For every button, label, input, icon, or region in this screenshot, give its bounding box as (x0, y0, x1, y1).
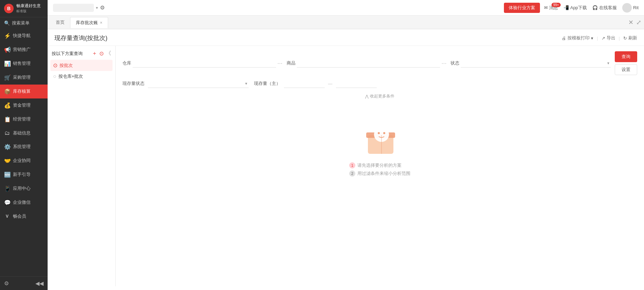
status-dropdown[interactable] (461, 59, 611, 68)
inventory-status-label: 现存量状态 (122, 80, 145, 87)
sidebar-search[interactable]: 🔍 搜索菜单 (0, 17, 48, 29)
filter-row-1: 仓库 ··· 商品 ··· 状态 (122, 51, 637, 75)
sidebar-item-basic-info[interactable]: 🗂 基础信息 (0, 126, 48, 140)
sidebar-item-enterprise[interactable]: 🤝 企业协同 (0, 154, 48, 168)
topbar-search-area: ▾ ⚙ (53, 4, 500, 12)
company-name: 畅康通好生意 (16, 3, 41, 9)
tab-bar-close-btn[interactable]: ✕ (628, 19, 633, 26)
sidebar-nav: ⚡ 快捷导航 📢 营销推广 📊 销售管理 🛒 采购管理 📦 库存核算 💰 资金管… (0, 29, 48, 276)
quantity-to-input[interactable] (336, 79, 377, 88)
settings-footer-icon[interactable]: ⚙ (4, 280, 9, 287)
left-panel: 按以下方案查询 ＋ ⊙ 《 ⊙ 按批次 ○ (48, 46, 116, 286)
sidebar-item-operations[interactable]: 📋 经营管理 (0, 112, 48, 126)
page-container: 现存量查询(按批次) 🖨 按模板打印 ▾ | ↗ 导出 | ↻ (48, 29, 644, 290)
scheme-settings-icon[interactable]: ⊙ (99, 50, 104, 57)
topbar-gear-icon[interactable]: ⚙ (100, 4, 105, 11)
scheme-list: ⊙ 按批次 ○ 按仓库+批次 (48, 60, 115, 82)
vip-icon: V (4, 214, 10, 219)
status-filter-group: 状态 ▾ (451, 59, 611, 68)
edition-label: 标准版 (16, 9, 41, 14)
sidebar-logo: B (4, 4, 14, 13)
scheme-active-icon: ⊙ (53, 62, 57, 69)
refresh-label: 刷新 (628, 35, 637, 41)
scheme-item-by-warehouse-batch[interactable]: ○ 按仓库+批次 (50, 71, 113, 82)
enterprise-icon: 🤝 (4, 158, 10, 164)
avatar (622, 3, 632, 13)
quick-nav-label: 快捷导航 (13, 33, 31, 39)
tab-active-inventory[interactable]: 库存批次账 × (70, 17, 108, 28)
hint-num-2: 2 (349, 170, 355, 177)
action-divider-1: | (597, 36, 598, 41)
sidebar-item-vip[interactable]: V 畅会员 (0, 210, 48, 223)
warehouse-dots[interactable]: ··· (277, 60, 283, 67)
topbar-search-input[interactable] (53, 4, 94, 12)
right-panel: 仓库 ··· 商品 ··· 状态 (116, 46, 644, 286)
messages-btn[interactable]: ✉ 消息 99+ (544, 5, 558, 11)
quantity-from-input[interactable] (284, 79, 325, 88)
sidebar-item-marketing[interactable]: 📢 营销推广 (0, 43, 48, 57)
app-download-btn[interactable]: 📲 App下载 (563, 5, 587, 11)
basic-info-icon: 🗂 (4, 130, 10, 136)
user-avatar-area[interactable]: Rit (622, 3, 639, 13)
svg-point-4 (383, 132, 385, 134)
experience-btn[interactable]: 体验行业方案 (504, 3, 540, 13)
panel-collapse-icon[interactable]: 《 (106, 50, 111, 57)
scheme-label-by-warehouse-batch: 按仓库+批次 (58, 73, 83, 79)
sidebar-item-sales[interactable]: 📊 销售管理 (0, 57, 48, 71)
topbar-chevron-icon[interactable]: ▾ (96, 5, 98, 10)
enterprise-wechat-icon: 💬 (4, 199, 10, 206)
operations-icon: 📋 (4, 116, 10, 123)
settings-btn[interactable]: 设置 (615, 64, 637, 75)
product-input[interactable] (297, 59, 440, 68)
quick-nav-icon: ⚡ (4, 33, 10, 39)
query-btn[interactable]: 查询 (615, 51, 637, 62)
print-chevron-icon[interactable]: ▾ (591, 36, 593, 41)
collapse-more-btn[interactable]: ⋀ 收起更多条件 (122, 91, 637, 101)
enterprise-label: 企业协同 (13, 158, 31, 164)
hint-num-1: 1 (349, 162, 355, 168)
sidebar-item-inventory[interactable]: 📦 库存核算 (0, 85, 48, 98)
purchase-icon: 🛒 (4, 74, 10, 81)
sidebar-item-app-center[interactable]: 📱 应用中心 (0, 182, 48, 196)
collapse-sidebar-icon[interactable]: ◀◀ (35, 280, 44, 287)
new-guide-label: 新手引导 (13, 171, 31, 178)
inventory-quantity-filter: 现存量（主） — (254, 79, 506, 88)
svg-point-3 (378, 132, 380, 134)
tab-bar-right: ✕ ⤢ (628, 19, 641, 26)
sidebar-item-finance[interactable]: 💰 资金管理 (0, 98, 48, 112)
print-template-btn[interactable]: 🖨 按模板打印 ▾ (562, 35, 593, 41)
product-dots[interactable]: ··· (441, 60, 446, 67)
sidebar-footer: ⚙ ◀◀ (0, 276, 48, 290)
tab-home[interactable]: 首页 (50, 17, 70, 28)
empty-state: 1 请先选择要分析的方案 2 用过滤条件来缩小分析范围 (122, 101, 637, 199)
export-btn[interactable]: ↗ 导出 (601, 35, 615, 41)
app-center-label: 应用中心 (13, 185, 31, 192)
online-service-btn[interactable]: 🎧 在线客服 (592, 5, 617, 11)
inventory-status-dropdown[interactable] (148, 79, 249, 88)
action-divider-2: | (619, 36, 620, 41)
sidebar-item-enterprise-wechat[interactable]: 💬 企业微信 (0, 196, 48, 210)
main-area: ▾ ⚙ 体验行业方案 ✉ 消息 99+ 📲 App下载 🎧 在线客服 Rit (48, 0, 644, 290)
quantity-separator: — (327, 81, 334, 86)
empty-illustration (363, 122, 400, 156)
sales-icon: 📊 (4, 60, 10, 67)
tab-bar-expand-icon[interactable]: ⤢ (636, 19, 641, 26)
warehouse-input[interactable] (133, 59, 276, 68)
sidebar-item-sys-mgmt[interactable]: ⚙️ 系统管理 (0, 140, 48, 154)
inventory-status-filter: 现存量状态 ▾ (122, 79, 249, 88)
scheme-item-by-batch[interactable]: ⊙ 按批次 (50, 60, 113, 71)
sys-mgmt-icon: ⚙️ (4, 144, 10, 150)
sidebar-item-quick-nav[interactable]: ⚡ 快捷导航 (0, 29, 48, 43)
empty-hints: 1 请先选择要分析的方案 2 用过滤条件来缩小分析范围 (349, 162, 410, 179)
app-download-icon: 📲 (563, 5, 569, 10)
messages-badge: 99+ (552, 3, 561, 7)
sidebar-title-area: 畅康通好生意 标准版 (16, 3, 41, 14)
tab-close-icon[interactable]: × (100, 20, 102, 25)
add-scheme-icon[interactable]: ＋ (92, 50, 97, 57)
tab-active-label: 库存批次账 (76, 20, 98, 26)
content-area: 按以下方案查询 ＋ ⊙ 《 ⊙ 按批次 ○ (48, 46, 644, 286)
sidebar: B 畅康通好生意 标准版 🔍 搜索菜单 ⚡ 快捷导航 📢 营销推广 📊 销售管理… (0, 0, 48, 290)
refresh-btn[interactable]: ↻ 刷新 (623, 35, 637, 41)
sidebar-item-new-guide[interactable]: 🆕 新手引导 (0, 168, 48, 182)
sidebar-item-purchase[interactable]: 🛒 采购管理 (0, 71, 48, 85)
